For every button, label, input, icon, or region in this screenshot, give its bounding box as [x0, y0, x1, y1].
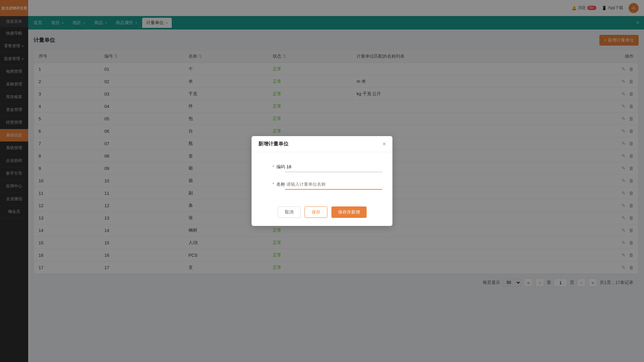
form-row-code: * 编码: [262, 162, 382, 172]
name-label-text: 名称: [276, 182, 285, 187]
code-label: * 编码: [262, 164, 285, 170]
modal-overlay[interactable]: 新增计量单位 × * 编码 * 名称 取消 保存 保存并新增: [0, 0, 644, 362]
name-label: * 名称: [262, 181, 285, 187]
modal-header: 新增计量单位 ×: [252, 136, 392, 152]
code-input[interactable]: [285, 162, 382, 172]
cancel-button[interactable]: 取消: [278, 206, 301, 218]
form-row-name: * 名称: [262, 179, 382, 190]
modal-close-button[interactable]: ×: [383, 141, 386, 147]
code-label-text: 编码: [276, 164, 285, 169]
add-unit-modal: 新增计量单位 × * 编码 * 名称 取消 保存 保存并新增: [252, 136, 392, 226]
name-input[interactable]: [285, 179, 382, 190]
save-button[interactable]: 保存: [305, 206, 327, 218]
modal-title: 新增计量单位: [258, 141, 288, 147]
required-mark: *: [272, 164, 274, 169]
modal-body: * 编码 * 名称: [252, 152, 392, 203]
required-mark: *: [272, 182, 274, 187]
save-and-add-button[interactable]: 保存并新增: [331, 206, 367, 218]
modal-footer: 取消 保存 保存并新增: [252, 203, 392, 226]
